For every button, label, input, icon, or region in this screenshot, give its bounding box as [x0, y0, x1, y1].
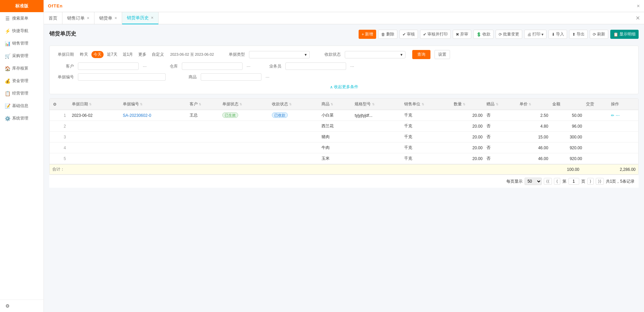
tab-close-sales-goods[interactable]: ✕ — [114, 16, 117, 20]
customer-input[interactable] — [78, 62, 139, 70]
sidebar-item-label: 资金管理 — [12, 78, 28, 84]
th-spec[interactable]: 规格型号 ⇅ — [353, 99, 402, 110]
th-gift[interactable]: 赠品 ⇅ — [484, 99, 517, 110]
tab-home[interactable]: 首页 — [44, 12, 62, 24]
sort-unit-icon: ⇅ — [422, 103, 424, 106]
import-button[interactable]: ⬇ 导入 — [549, 30, 567, 39]
th-doc-no[interactable]: 单据编号 ⇅ — [121, 99, 188, 110]
audit-button[interactable]: ✔ 审核 — [399, 30, 418, 39]
last-page-button[interactable]: ⟩⟩ — [596, 178, 604, 185]
export-button[interactable]: ⬆ 导出 — [569, 30, 588, 39]
th-price[interactable]: 单价 ⇅ — [517, 99, 550, 110]
sidebar-logo: 标准版 — [0, 0, 44, 12]
prev-page-button[interactable]: ⟨ — [554, 178, 560, 185]
date-btn-today[interactable]: 今天 — [91, 51, 104, 58]
doc-no-input[interactable] — [78, 73, 166, 81]
th-trade: 交货 — [584, 99, 609, 110]
staff-input[interactable] — [285, 62, 346, 70]
sidebar-item-operations-mgmt[interactable]: 📋 经营管理 — [0, 87, 44, 100]
tab-sales-history[interactable]: 销货单历史 ✕ — [122, 12, 159, 24]
goods-input[interactable] — [201, 73, 261, 81]
footer-sum: 100.00 2,286.00 — [365, 167, 636, 172]
query-button[interactable]: 查询 — [412, 50, 430, 59]
date-btn-7days[interactable]: 近7天 — [105, 51, 119, 58]
page-size-select[interactable]: 50 100 200 — [525, 178, 542, 185]
print-icon: 🖨 — [527, 32, 531, 37]
tab-sales-goods[interactable]: 销货单 ✕ — [94, 12, 122, 24]
refresh-button[interactable]: ⟳ 刷新 — [590, 30, 608, 39]
th-customer[interactable]: 客户 ⇅ — [188, 99, 220, 110]
cell-qty: 20.00 — [452, 153, 484, 164]
cell-amount: 96.00 — [550, 121, 584, 132]
staff-dots[interactable]: ··· — [350, 63, 354, 69]
sidebar-item-purchase-mgmt[interactable]: 🛒 采购管理 — [0, 50, 44, 62]
cell-spec — [353, 142, 402, 153]
th-goods[interactable]: 商品 ⇅ — [319, 99, 353, 110]
cell-qty: 20.00 — [452, 110, 484, 121]
add-button[interactable]: + 新增 — [359, 30, 376, 39]
cell-customer: 王总 — [188, 110, 220, 121]
th-gear[interactable]: ⚙ — [50, 99, 60, 110]
refresh-icon: ⟳ — [593, 32, 596, 37]
delete-button[interactable]: 🗑 删除 — [378, 30, 397, 39]
import-icon: ⬇ — [552, 32, 555, 37]
cell-gear — [50, 110, 60, 121]
cell-doc-status: 已生效 — [220, 110, 270, 121]
doc-type-select[interactable]: ▾ — [249, 51, 310, 58]
add-icon: + — [362, 32, 364, 37]
th-qty[interactable]: 数量 ⇅ — [452, 99, 484, 110]
tab-close-sales-history[interactable]: ✕ — [151, 16, 153, 20]
basic-info-icon: 📝 — [5, 103, 10, 109]
window-close-icon[interactable]: ✕ — [637, 4, 640, 8]
batch-change-button[interactable]: ⟳ 批量变更 — [496, 30, 522, 39]
th-unit[interactable]: 销售单位 ⇅ — [402, 99, 452, 110]
abandon-button[interactable]: ✖ 弃审 — [453, 30, 471, 39]
date-btn-custom[interactable]: 自定义 — [150, 51, 166, 58]
first-page-button[interactable]: ⟨⟨ — [544, 178, 552, 185]
edit-action[interactable]: ✏ — [611, 113, 614, 118]
th-date[interactable]: 单据日期 ⇅ — [70, 99, 121, 110]
next-page-button[interactable]: ⟩ — [587, 178, 594, 185]
collect-status-select[interactable]: ▾ — [345, 51, 405, 58]
filter-row-1: 单据日期 昨天 今天 近7天 近1月 更多 自定义 2023-06-02 至 2… — [55, 50, 633, 59]
goods-dots[interactable]: ··· — [265, 74, 270, 80]
sidebar-item-inventory-calc[interactable]: 🏠 库存核算 — [0, 62, 44, 75]
more-action[interactable]: ⋯ — [616, 113, 620, 118]
th-pay-status[interactable]: 收款状态 ⇅ — [270, 99, 319, 110]
customer-dots[interactable]: ··· — [143, 63, 147, 69]
tab-close-all-button[interactable]: ✕ — [632, 15, 644, 21]
sales-icon: 📊 — [5, 41, 10, 46]
delete-icon: 🗑 — [381, 32, 385, 37]
audit-print-button[interactable]: ✔ 审核并打印 — [420, 30, 451, 39]
sidebar-item-system-mgmt[interactable]: ⚙️ 系统管理 — [0, 112, 44, 125]
collect-button[interactable]: 💲 收款 — [473, 30, 494, 39]
collapse-button[interactable]: ∧ 收起更多条件 — [55, 84, 633, 90]
collect-icon: 💲 — [476, 32, 481, 37]
current-page-input[interactable] — [568, 178, 579, 185]
date-btn-1month[interactable]: 近1月 — [121, 51, 135, 58]
inventory-icon: 🏠 — [5, 66, 10, 71]
th-doc-status[interactable]: 单据状态 ⇅ — [220, 99, 270, 110]
warehouse-input[interactable] — [182, 62, 243, 70]
date-btn-yesterday[interactable]: 昨天 — [78, 51, 90, 58]
total-info: 共1页，5条记录 — [606, 179, 635, 184]
finance-icon: 💰 — [5, 78, 10, 84]
tab-close-sales-order[interactable]: ✕ — [87, 16, 89, 20]
cell-doc-status — [220, 153, 270, 164]
sidebar-item-finance-mgmt[interactable]: 💰 资金管理 — [0, 75, 44, 87]
show-detail-button[interactable]: 📋 显示明细 — [610, 30, 639, 39]
cell-unit: 千克 — [402, 132, 452, 142]
sidebar-item-quick-nav[interactable]: ⚡ 快捷导航 — [0, 25, 44, 37]
settings-button[interactable]: 设置 — [435, 50, 450, 59]
date-btn-more[interactable]: 更多 — [136, 51, 148, 58]
cell-price: 46.00 — [517, 142, 550, 153]
cell-date — [70, 153, 121, 164]
sidebar-item-basic-info[interactable]: 📝 基础信息 — [0, 100, 44, 112]
sidebar-item-search-menu[interactable]: ☰ 搜索菜单 — [0, 12, 44, 25]
print-button[interactable]: 🖨 打印 ▾ — [524, 30, 547, 39]
sidebar-item-bottom-1[interactable]: ⚙ — [0, 300, 44, 312]
sidebar-item-sales-mgmt[interactable]: 📊 销售管理 — [0, 37, 44, 50]
tab-sales-order[interactable]: 销售订单 ✕ — [62, 12, 94, 24]
warehouse-dots[interactable]: ··· — [247, 63, 251, 69]
audit-print-icon: ✔ — [423, 32, 426, 37]
